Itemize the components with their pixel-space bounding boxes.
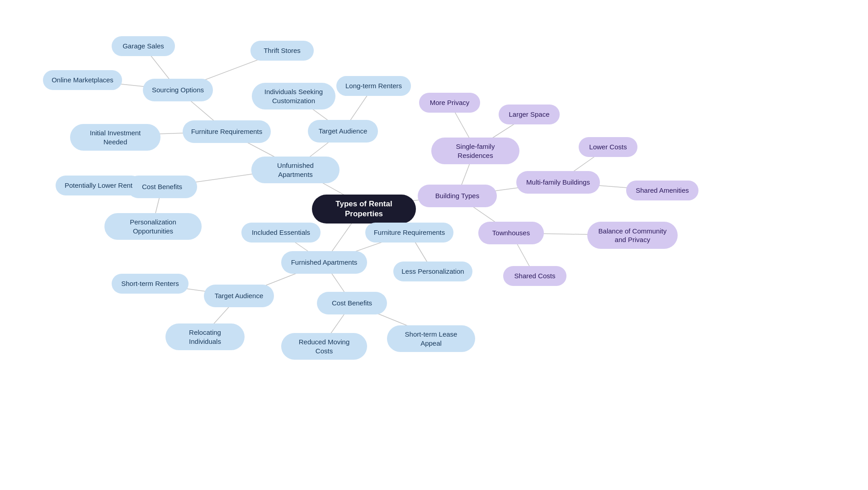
node-personalization: Personalization Opportunities (104, 213, 202, 240)
node-garage_sales: Garage Sales (112, 36, 175, 56)
node-balance_community: Balance of Community and Privacy (587, 222, 678, 249)
node-shared_costs: Shared Costs (503, 266, 566, 286)
node-townhouses: Townhouses (478, 222, 544, 244)
node-furnished: Furnished Apartments (281, 251, 367, 274)
node-relocating_individuals: Relocating Individuals (165, 323, 245, 350)
node-reduced_moving: Reduced Moving Costs (281, 333, 367, 360)
node-building_types: Building Types (418, 185, 497, 207)
node-cost_benefits_furn: Cost Benefits (317, 292, 387, 314)
node-single_family: Single-family Residences (431, 138, 519, 164)
node-initial_investment: Initial Investment Needed (70, 124, 160, 151)
node-sourcing_options: Sourcing Options (143, 79, 213, 101)
node-shared_amenities: Shared Amenities (626, 181, 698, 200)
node-lower_costs: Lower Costs (579, 137, 637, 157)
node-multi_family: Multi-family Buildings (516, 171, 600, 194)
node-short_term_renters: Short-term Renters (112, 274, 189, 294)
node-center: Types of Rental Properties (312, 195, 416, 224)
node-thrift_stores: Thrift Stores (250, 41, 314, 61)
node-unfurnished: Unfurnished Apartments (251, 157, 340, 183)
node-target_aud_furn: Target Audience (204, 285, 274, 307)
node-target_aud_unfurn: Target Audience (308, 120, 378, 143)
mind-map-svg (0, 0, 868, 490)
node-included_essentials: Included Essentials (241, 223, 321, 243)
node-short_term_lease: Short-term Lease Appeal (387, 325, 475, 352)
node-longterm_renters: Long-term Renters (336, 76, 411, 96)
node-furniture_req_furn: Furniture Requirements (365, 223, 453, 243)
node-less_personalization: Less Personalization (393, 262, 472, 281)
node-larger_space: Larger Space (499, 105, 560, 124)
node-more_privacy: More Privacy (419, 93, 480, 113)
node-furniture_req_unfurn: Furniture Requirements (183, 120, 271, 143)
node-individuals_seeking: Individuals Seeking Customization (252, 83, 335, 109)
node-potentially_lower: Potentially Lower Rent (56, 176, 142, 195)
node-online_marketplaces: Online Marketplaces (43, 70, 122, 90)
